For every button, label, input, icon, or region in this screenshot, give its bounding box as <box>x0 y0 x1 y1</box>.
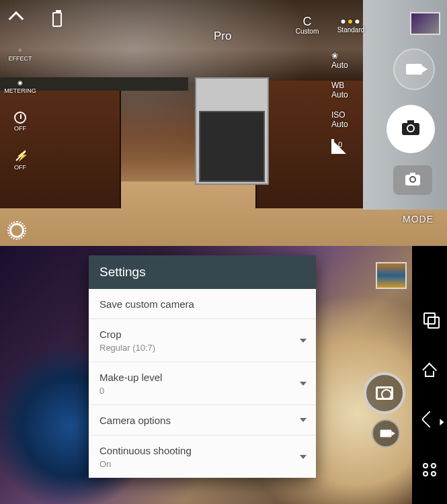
settings-item-value: On <box>99 459 305 469</box>
settings-title: Settings <box>89 255 316 289</box>
video-record-button-2[interactable] <box>372 419 400 448</box>
battery-icon <box>52 12 62 27</box>
settings-item-camera-options[interactable]: Camera options <box>89 405 316 435</box>
metering-label: METERING <box>4 87 36 94</box>
back-button[interactable] <box>421 411 438 427</box>
mode-button[interactable]: MODE <box>403 214 434 224</box>
mode-grid-icon <box>423 463 436 476</box>
collapse-button[interactable] <box>11 13 22 24</box>
home-button[interactable] <box>421 361 438 377</box>
camera-icon <box>402 123 419 135</box>
android-nav-bar <box>412 246 447 504</box>
flash-button[interactable]: OFF <box>4 149 36 171</box>
chevron-down-icon <box>300 418 307 422</box>
exposure-button[interactable]: 0 <box>331 140 365 149</box>
focus-value: Auto <box>331 60 348 70</box>
gear-icon <box>9 223 24 238</box>
effect-label: EFFECT <box>9 55 32 62</box>
mode-standard-button[interactable]: ●●● Standard <box>332 15 370 34</box>
chevron-down-icon <box>300 455 307 459</box>
chevron-up-icon <box>9 11 24 27</box>
iso-header: ISO <box>331 110 365 120</box>
self-timer-button[interactable]: OFF <box>4 112 36 132</box>
shutter-button-2[interactable] <box>364 372 405 414</box>
white-balance-button[interactable]: WB Auto <box>331 81 365 99</box>
mode-label-pro: Pro <box>214 30 231 43</box>
camera-settings-screenshot: Settings Save custom camera Crop Regular… <box>0 246 447 504</box>
settings-item-label: Make-up level <box>99 372 305 383</box>
effect-button[interactable]: ✧ EFFECT <box>4 47 36 62</box>
metering-icon: ◉ <box>4 79 36 86</box>
self-timer-label: OFF <box>14 125 26 132</box>
recents-icon <box>423 312 436 325</box>
mode-custom-label: Custom <box>292 28 323 35</box>
settings-item-continuous[interactable]: Continuous shooting On <box>89 435 316 478</box>
settings-item-makeup[interactable]: Make-up level 0 <box>89 362 316 405</box>
video-record-button[interactable] <box>393 48 435 90</box>
iso-button[interactable]: ISO Auto <box>331 110 365 129</box>
effect-icon: ✧ <box>4 47 36 54</box>
custom-icon: C <box>292 15 323 28</box>
back-icon <box>421 411 438 427</box>
settings-item-label: Save custom camera <box>99 298 305 310</box>
settings-item-value: 0 <box>99 386 305 396</box>
settings-dialog: Settings Save custom camera Crop Regular… <box>89 255 316 478</box>
flash-label: OFF <box>14 164 26 171</box>
shutter-button[interactable] <box>387 105 435 153</box>
focus-icon: ❀ <box>331 51 338 60</box>
chevron-down-icon <box>300 382 307 386</box>
recents-button[interactable] <box>421 310 438 327</box>
metering-button[interactable]: ◉ METERING <box>4 79 36 94</box>
wb-value: Auto <box>331 90 348 99</box>
palette-icon: ●●● <box>332 15 370 26</box>
settings-item-save-custom[interactable]: Save custom camera <box>89 289 316 319</box>
mode-standard-label: Standard <box>332 26 370 34</box>
camera-pro-screenshot: Pro C Custom ●●● Standard ✧ EFFECT ◉ MET… <box>0 0 447 246</box>
mode-grid-button[interactable] <box>421 462 438 478</box>
mode-custom-button[interactable]: C Custom <box>292 15 323 35</box>
video-icon <box>406 64 422 75</box>
timer-icon <box>14 112 26 124</box>
video-icon <box>380 429 392 437</box>
chevron-down-icon <box>300 339 307 343</box>
gallery-thumbnail-2[interactable] <box>376 262 407 289</box>
switch-camera-button[interactable] <box>393 165 432 195</box>
settings-item-label: Continuous shooting <box>99 445 305 456</box>
settings-item-label: Crop <box>99 329 305 340</box>
exposure-icon <box>331 139 334 150</box>
settings-item-value: Regular (10:7) <box>99 343 305 353</box>
wb-header: WB <box>331 81 365 90</box>
settings-button[interactable] <box>9 223 24 238</box>
switch-camera-icon <box>405 175 420 185</box>
settings-item-crop[interactable]: Crop Regular (10:7) <box>89 319 316 362</box>
camera-icon <box>376 386 393 400</box>
iso-value: Auto <box>331 120 348 129</box>
settings-item-label: Camera options <box>99 415 305 426</box>
flash-off-icon <box>15 149 25 163</box>
focus-button[interactable]: ❀ Auto <box>331 51 365 70</box>
